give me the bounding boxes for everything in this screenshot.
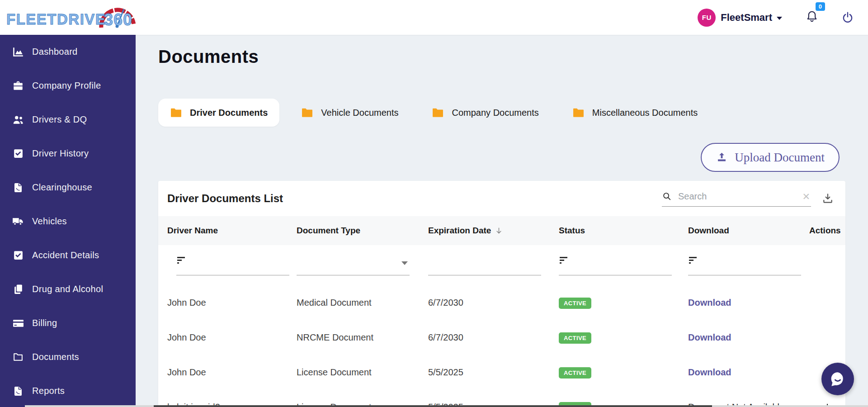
upload-button-label: Upload Document [735,151,825,165]
sidebar-item-billing[interactable]: Billing [0,306,136,340]
table-row: John Doe NRCME Document 6/7/2030 ACTIVE … [158,320,845,355]
power-icon [841,11,854,24]
column-header-download[interactable]: Download [688,226,809,236]
status-badge: ACTIVE [559,367,591,379]
tab-driver-documents[interactable]: Driver Documents [158,99,279,127]
download-tray-icon [822,193,834,204]
avatar[interactable]: FU [698,9,716,27]
search-input[interactable] [677,191,801,202]
folder-icon [572,107,585,118]
table-filter-row [158,245,845,285]
check-square-icon [11,148,25,159]
sidebar-item-documents[interactable]: Documents [0,340,136,374]
panel-header: Driver Documents List ✕ [158,181,845,216]
main-content: Documents Driver Documents Vehicle Docum… [136,35,868,407]
file-pdf-icon [11,385,25,397]
download-link[interactable]: Download [688,367,731,377]
sidebar-item-reports[interactable]: Reports [0,374,136,407]
tab-company-documents[interactable]: Company Documents [420,99,550,127]
sidebar-item-clearinghouse[interactable]: Clearinghouse [0,170,136,204]
sidebar-item-label: Drug and Alcohol [32,284,103,294]
chat-bubble-icon [828,369,847,388]
folder-icon [301,107,313,118]
export-download-button[interactable] [822,193,834,204]
upload-icon [716,151,728,164]
column-header-status[interactable]: Status [559,226,688,236]
column-header-document-type[interactable]: Document Type [297,226,428,236]
sidebar-item-vehicles[interactable]: Vehicles [0,204,136,238]
column-header-driver-name[interactable]: Driver Name [158,226,297,236]
cell-document-type: Medical Document [297,298,428,308]
filter-status-input[interactable] [559,253,672,275]
sidebar-item-drivers-dq[interactable]: Drivers & DQ [0,103,136,137]
notification-count-badge: 0 [816,2,825,11]
column-header-expiration-date[interactable]: Expiration Date [428,226,559,236]
upload-document-button[interactable]: Upload Document [701,143,840,172]
table-row: kalpit jangid2 License Document 5/5/2025… [158,390,845,407]
filter-expiration-date-input[interactable] [428,253,541,275]
logo-text: FLEETDRIVE [6,11,106,28]
cell-driver-name: John Doe [158,332,297,343]
tab-vehicle-documents[interactable]: Vehicle Documents [289,99,410,127]
top-bar: FLEETDRIVE 360 FU FleetSmart 0 [0,0,868,35]
cell-expiration-date: 5/5/2025 [428,367,559,378]
sidebar-item-label: Reports [32,386,65,396]
horizontal-scrollbar[interactable] [25,405,868,407]
tab-label: Driver Documents [190,108,268,118]
account-name: FleetSmart [721,12,772,24]
filter-icon [560,257,569,266]
driver-documents-panel: Driver Documents List ✕ [158,181,845,407]
download-link[interactable]: Download [688,298,731,308]
filter-icon [177,257,186,266]
sidebar-item-label: Driver History [32,148,89,159]
filter-driver-name-input[interactable] [176,253,289,275]
credit-card-icon [11,317,25,329]
filter-document-type-select[interactable] [297,253,410,275]
filter-download-input[interactable] [688,253,801,275]
sidebar-item-driver-history[interactable]: Driver History [0,137,136,170]
file-pdf-icon [11,182,25,194]
status-badge: ACTIVE [559,298,591,309]
filter-icon [689,257,698,266]
sidebar-item-drug-and-alcohol[interactable]: Drug and Alcohol [0,272,136,306]
tab-miscellaneous-documents[interactable]: Miscellaneous Documents [561,99,709,127]
table-row: John Doe Medical Document 6/7/2030 ACTIV… [158,285,845,320]
download-link[interactable]: Download [688,332,731,342]
notifications-button[interactable]: 0 [806,10,818,25]
tab-label: Miscellaneous Documents [592,108,698,118]
sidebar-item-label: Clearinghouse [32,182,92,193]
briefcase-icon [11,80,25,92]
scrollbar-thumb[interactable] [154,405,712,407]
status-badge: ACTIVE [559,332,591,344]
cell-document-type: NRCME Document [297,332,428,343]
folder-icon [170,107,182,118]
bell-icon [806,10,818,24]
clear-search-icon[interactable]: ✕ [801,192,811,201]
users-icon [11,114,25,126]
sidebar-item-label: Company Profile [32,80,101,91]
document-tabs: Driver Documents Vehicle Documents Compa… [158,99,709,127]
fleetdrive-logo[interactable]: FLEETDRIVE 360 [5,4,137,33]
cell-driver-name: John Doe [158,298,297,308]
account-menu[interactable]: FU FleetSmart [698,9,782,27]
sidebar-item-label: Documents [32,352,79,362]
sidebar-item-label: Dashboard [32,47,78,57]
page-title: Documents [158,47,259,67]
sidebar-item-label: Billing [32,318,57,328]
chat-widget-button[interactable] [821,363,854,395]
search-box: ✕ [662,191,811,207]
sidebar-item-company-profile[interactable]: Company Profile [0,69,136,103]
sidebar-item-accident-details[interactable]: Accident Details [0,238,136,272]
cell-document-type: License Document [297,367,428,378]
sidebar-item-dashboard[interactable]: Dashboard [0,35,136,69]
folder-icon [432,107,444,118]
check-square-icon [11,250,25,261]
cell-expiration-date: 6/7/2030 [428,332,559,343]
sidebar: Dashboard Company Profile Drivers & DQ D… [0,35,136,407]
sort-descending-icon [495,227,503,235]
search-icon [662,191,672,201]
logout-button[interactable] [841,11,854,24]
tab-label: Vehicle Documents [321,108,398,118]
table-row: John Doe License Document 5/5/2025 ACTIV… [158,355,845,390]
folder-icon [11,351,25,363]
